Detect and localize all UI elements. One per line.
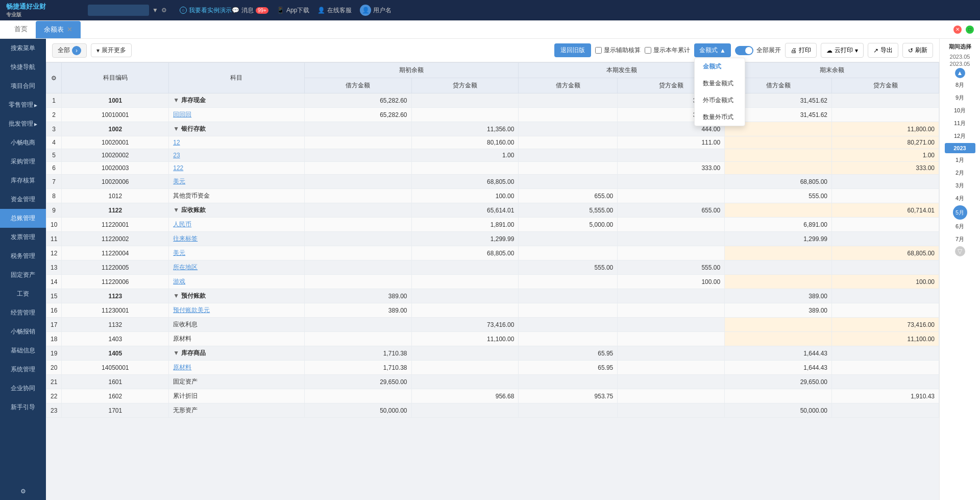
table-row: 2014050001原材料1,710.3865.951,644.43 <box>46 361 939 375</box>
sidebar-item-system[interactable]: 系统管理 <box>0 360 46 379</box>
auxiliary-checkbox-input[interactable] <box>595 47 602 54</box>
settings-icon[interactable]: ⚙ <box>161 7 167 14</box>
table-row: 510020002231.001.00 <box>46 149 939 162</box>
period-item-6[interactable]: 6月 <box>945 221 975 232</box>
user-avatar[interactable]: 👤 用户名 <box>360 5 391 16</box>
refresh-btn[interactable]: ↺ 刷新 <box>902 43 933 58</box>
period-item-3[interactable]: 3月 <box>945 180 975 192</box>
sidebar-item-salary[interactable]: 工资 <box>0 284 46 303</box>
app-download-btn[interactable]: 📱 App下载 <box>277 6 309 15</box>
tab-bar: 首页 余额表 ✕ ✕ □ <box>0 20 980 39</box>
table-row: 1011220001人民币1,891.005,000.006,891.00 <box>46 218 939 232</box>
demo-link[interactable]: ○ 我要看实例演示 <box>180 6 232 15</box>
sidebar: 搜索菜单 快捷导航 项目合同 零售管理 ▸ 批发管理 ▸ 小畅电商 采购管理 库… <box>0 39 46 500</box>
sidebar-item-operations[interactable]: 经营管理 <box>0 303 46 322</box>
sidebar-item-quicknav[interactable]: 快捷导航 <box>0 58 46 77</box>
dropdown-item-quantity-foreign[interactable]: 数量外币式 <box>695 109 745 126</box>
settings-icon[interactable]: ⚙ <box>51 75 57 82</box>
tab-balance[interactable]: 余额表 ✕ <box>36 21 81 38</box>
expand-all-toggle[interactable]: 全部展开 <box>735 46 781 55</box>
period-year-end: 2023.05 <box>950 61 970 67</box>
window-close-btn[interactable]: ✕ <box>953 26 962 34</box>
period-year-start: 2023.05 <box>950 54 970 60</box>
period-item-5[interactable]: 5月 <box>953 205 967 220</box>
messages-btn[interactable]: 💬 消息 99+ <box>232 6 268 15</box>
sidebar-item-ledger[interactable]: 总账管理 <box>0 209 46 228</box>
company-selector[interactable]: ▼ ⚙ <box>88 5 180 16</box>
col-header-settings[interactable]: ⚙ <box>46 63 62 93</box>
sidebar-item-invoice[interactable]: 发票管理 <box>0 228 46 247</box>
col-header-opening-credit: 贷方金额 <box>411 78 519 93</box>
sidebar-item-project[interactable]: 项目合同 <box>0 77 46 96</box>
period-item-8[interactable]: 8月 <box>945 79 975 91</box>
period-item-10[interactable]: 10月 <box>945 105 975 116</box>
period-item-12[interactable]: 12月 <box>945 130 975 142</box>
show-ytd-checkbox[interactable]: 显示本年累计 <box>645 46 690 55</box>
col-header-code: 科目编码 <box>62 63 169 93</box>
right-panel: 期间选择 2023.05 2023.05 ▲ 8月 9月 10月 11月 12月… <box>939 39 980 500</box>
sidebar-item-tax[interactable]: 税务管理 <box>0 247 46 266</box>
app-name: 畅捷通好业财 <box>6 2 46 11</box>
sidebar-item-fund[interactable]: 资金管理 <box>0 190 46 209</box>
breadcrumb-arrow-btn[interactable]: › <box>72 46 81 55</box>
sidebar-item-wholesale[interactable]: 批发管理 ▸ <box>0 114 46 133</box>
period-title: 期间选择 <box>949 43 971 51</box>
app-logo: 畅捷通好业财 专业版 <box>6 2 88 18</box>
period-item-2[interactable]: 2月 <box>945 167 975 179</box>
export-icon: ↗ <box>873 47 878 54</box>
sidebar-item-ecommerce[interactable]: 小畅电商 <box>0 133 46 152</box>
sidebar-item-coop[interactable]: 企业协同 <box>0 379 46 398</box>
sidebar-item-search[interactable]: 搜索菜单 <box>0 39 46 58</box>
sidebar-item-newbie[interactable]: 新手引导 <box>0 398 46 417</box>
period-down-btn[interactable]: ▽ <box>955 246 965 256</box>
table-row: 81012其他货币资金100.00655.00555.00 <box>46 189 939 203</box>
period-up-btn[interactable]: ▲ <box>955 68 965 78</box>
avatar-icon: 👤 <box>360 5 371 16</box>
table-row: 221602累计折旧956.68953.751,910.43 <box>46 389 939 403</box>
export-btn[interactable]: ↗ 导出 <box>868 43 898 58</box>
col-header-period: 本期发生额 <box>519 63 725 78</box>
mode-btn[interactable]: 金额式 ▲ <box>694 43 731 57</box>
sidebar-settings-btn[interactable]: ⚙ <box>0 483 46 500</box>
sidebar-item-basic-info[interactable]: 基础信息 <box>0 341 46 360</box>
ytd-checkbox-input[interactable] <box>645 47 651 54</box>
window-max-btn[interactable]: □ <box>966 26 974 34</box>
sidebar-item-retail[interactable]: 零售管理 ▸ <box>0 96 46 114</box>
table-row: 171132应收利息73,416.0073,416.00 <box>46 318 939 332</box>
period-item-9[interactable]: 9月 <box>945 92 975 104</box>
service-icon: 👤 <box>317 7 325 14</box>
period-year-label: 2023 <box>945 143 975 153</box>
mode-dropdown-container: 金额式 ▲ 金额式 数量金额式 外币金额式 数量外币式 <box>694 43 731 57</box>
online-service-btn[interactable]: 👤 在线客服 <box>317 6 352 15</box>
expand-more-btn[interactable]: ▾ 展开更多 <box>91 43 132 57</box>
tab-home[interactable]: 首页 <box>6 20 36 39</box>
table-row: 210010001回回回65,282.6033,830.9831,451.62 <box>46 108 939 122</box>
sidebar-item-inventory[interactable]: 库存核算 <box>0 171 46 190</box>
back-old-version-btn[interactable]: 退回旧版 <box>554 43 591 57</box>
dropdown-item-foreign-amount[interactable]: 外币金额式 <box>695 92 745 109</box>
table-row: 1411220006游戏100.00100.00 <box>46 275 939 289</box>
print-icon: 🖨 <box>791 47 797 54</box>
chevron-down-icon: ▾ <box>96 47 100 54</box>
period-item-4[interactable]: 4月 <box>945 193 975 204</box>
table-row: 11001▼库存现金65,282.6033,830.9831,451.62 <box>46 93 939 108</box>
col-header-period-debit: 借方金额 <box>519 78 618 93</box>
print-btn[interactable]: 🖨 打印 <box>785 43 817 58</box>
dropdown-item-amount[interactable]: 金额式 <box>695 58 745 75</box>
content-area: 全部 › ▾ 展开更多 退回旧版 显示辅助核算 显示本年累计 <box>46 39 939 500</box>
toggle-switch-btn[interactable] <box>735 46 753 55</box>
cloud-print-btn[interactable]: ☁ 云打印 ▾ <box>821 43 864 58</box>
period-item-1[interactable]: 1月 <box>945 154 975 166</box>
table-row: 91122▼应收账款65,614.015,555.00655.0060,714.… <box>46 203 939 218</box>
sidebar-item-fixed-assets[interactable]: 固定资产 <box>0 266 46 284</box>
period-item-7[interactable]: 7月 <box>945 233 975 245</box>
gear-icon: ⚙ <box>20 488 26 495</box>
period-item-11[interactable]: 11月 <box>945 117 975 129</box>
show-auxiliary-checkbox[interactable]: 显示辅助核算 <box>595 46 641 55</box>
tab-close-icon[interactable]: ✕ <box>67 26 72 33</box>
sidebar-item-expense[interactable]: 小畅报销 <box>0 322 46 341</box>
chevron-down-icon[interactable]: ▼ <box>152 7 158 14</box>
sidebar-item-purchase[interactable]: 采购管理 <box>0 152 46 171</box>
app-version: 专业版 <box>6 11 46 18</box>
dropdown-item-quantity-amount[interactable]: 数量金额式 <box>695 75 745 92</box>
